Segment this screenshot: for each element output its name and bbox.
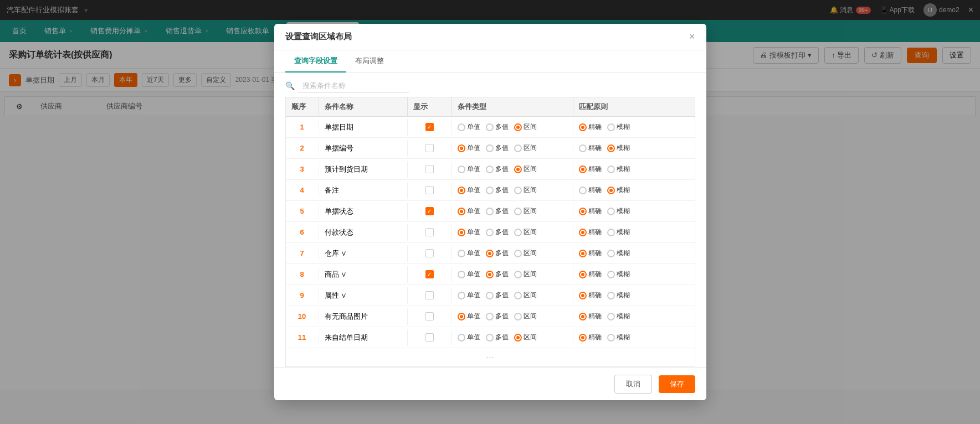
type-radio-type_range-8[interactable]: 区间 (514, 270, 537, 279)
row-display-7[interactable] (408, 246, 452, 261)
condition-search-input[interactable] (298, 79, 409, 92)
radio-circle-icon (486, 208, 494, 215)
type-radio-type_multi-1[interactable]: 多值 (486, 122, 509, 132)
type-radio-type_single-4[interactable]: 单值 (458, 185, 480, 195)
type-radio-type_range-9[interactable]: 区间 (514, 291, 537, 300)
match-radio-match_fuzzy-4[interactable]: 模糊 (607, 185, 630, 195)
type-radio-type_range-6[interactable]: 区间 (514, 227, 537, 237)
display-checkbox-6[interactable] (425, 228, 434, 236)
type-radio-type_multi-11[interactable]: 多值 (486, 333, 509, 342)
type-radio-type_range-3[interactable]: 区间 (514, 164, 537, 174)
display-checkbox-5[interactable]: ✓ (425, 207, 434, 215)
type-radio-type_single-8[interactable]: 单值 (458, 270, 480, 279)
type-radio-type_single-1[interactable]: 单值 (458, 122, 480, 132)
display-checkbox-1[interactable]: ✓ (425, 123, 434, 131)
radio-circle-icon (486, 144, 494, 152)
row-type-1: 单值多值区间 (452, 119, 573, 135)
radio-circle-icon (486, 334, 494, 342)
match-radio-match_fuzzy-2[interactable]: 模糊 (607, 143, 630, 153)
radio-circle-icon (458, 166, 465, 173)
type-radio-type_multi-8[interactable]: 多值 (486, 270, 509, 279)
type-radio-type_single-7[interactable]: 单值 (458, 249, 480, 258)
table-row: 4备注单值多值区间精确模糊 (286, 180, 695, 201)
radio-circle-icon (514, 208, 522, 215)
type-radio-type_range-11[interactable]: 区间 (514, 333, 537, 342)
radio-circle-icon (458, 271, 465, 278)
type-radio-type_multi-9[interactable]: 多值 (486, 291, 509, 300)
display-checkbox-4[interactable] (425, 186, 434, 194)
match-radio-match_exact-4[interactable]: 精确 (579, 185, 602, 195)
match-radio-match_fuzzy-1[interactable]: 模糊 (607, 122, 630, 132)
row-display-11[interactable] (408, 330, 452, 345)
type-radio-type_multi-3[interactable]: 多值 (486, 164, 509, 174)
display-checkbox-8[interactable]: ✓ (425, 270, 434, 278)
row-display-8[interactable]: ✓ (408, 267, 452, 282)
display-checkbox-2[interactable] (425, 144, 434, 152)
type-radio-type_range-4[interactable]: 区间 (514, 185, 537, 195)
match-radio-match_exact-6[interactable]: 精确 (579, 227, 602, 237)
radio-circle-icon (607, 229, 615, 236)
display-checkbox-7[interactable] (425, 249, 434, 257)
match-radio-match_exact-7[interactable]: 精确 (579, 249, 602, 258)
row-display-1[interactable]: ✓ (408, 120, 452, 135)
type-radio-type_single-5[interactable]: 单值 (458, 206, 480, 216)
match-radio-match_fuzzy-3[interactable]: 模糊 (607, 164, 630, 174)
table-row: 8商品 ∨✓单值多值区间精确模糊 (286, 264, 695, 285)
type-radio-type_multi-4[interactable]: 多值 (486, 185, 509, 195)
radio-circle-icon (579, 313, 587, 320)
type-radio-type_single-11[interactable]: 单值 (458, 333, 480, 342)
display-checkbox-11[interactable] (425, 333, 434, 342)
match-radio-match_fuzzy-6[interactable]: 模糊 (607, 227, 630, 237)
display-checkbox-9[interactable] (425, 291, 434, 299)
type-radio-type_range-1[interactable]: 区间 (514, 122, 537, 132)
match-radio-match_fuzzy-7[interactable]: 模糊 (607, 249, 630, 258)
save-button[interactable]: 保存 (659, 375, 695, 390)
type-radio-type_single-9[interactable]: 单值 (458, 291, 480, 300)
type-radio-type_range-2[interactable]: 区间 (514, 143, 537, 153)
type-radio-type_multi-6[interactable]: 多值 (486, 227, 509, 237)
row-display-6[interactable] (408, 225, 452, 240)
type-radio-type_single-2[interactable]: 单值 (458, 143, 480, 153)
match-radio-match_exact-2[interactable]: 精确 (579, 143, 602, 153)
match-radio-match_fuzzy-9[interactable]: 模糊 (607, 291, 630, 300)
match-radio-match_exact-8[interactable]: 精确 (579, 270, 602, 279)
match-radio-match_exact-5[interactable]: 精确 (579, 206, 602, 216)
radio-circle-icon (514, 229, 522, 236)
type-radio-type_multi-5[interactable]: 多值 (486, 206, 509, 216)
row-name-4: 备注 (319, 182, 408, 199)
dialog-close-button[interactable]: × (689, 31, 695, 43)
type-radio-type_range-5[interactable]: 区间 (514, 206, 537, 216)
type-radio-type_range-10[interactable]: 区间 (514, 312, 537, 321)
type-radio-type_range-7[interactable]: 区间 (514, 249, 537, 258)
row-match-5: 精确模糊 (573, 203, 695, 219)
display-checkbox-10[interactable] (425, 312, 434, 320)
row-display-3[interactable] (408, 162, 452, 177)
tab-query-fields[interactable]: 查询字段设置 (285, 50, 346, 73)
match-radio-match_fuzzy-10[interactable]: 模糊 (607, 312, 630, 321)
row-name-11: 来自结单日期 (319, 329, 408, 346)
cancel-button[interactable]: 取消 (614, 375, 652, 390)
match-radio-match_exact-1[interactable]: 精确 (579, 122, 602, 132)
row-display-9[interactable] (408, 288, 452, 303)
row-display-10[interactable] (408, 309, 452, 324)
type-radio-type_single-3[interactable]: 单值 (458, 164, 480, 174)
match-radio-match_exact-10[interactable]: 精确 (579, 312, 602, 321)
display-checkbox-3[interactable] (425, 165, 434, 173)
type-radio-type_multi-10[interactable]: 多值 (486, 312, 509, 321)
match-radio-match_exact-9[interactable]: 精确 (579, 291, 602, 300)
tab-layout-adjust[interactable]: 布局调整 (346, 50, 393, 73)
match-radio-match_fuzzy-8[interactable]: 模糊 (607, 270, 630, 279)
type-radio-type_multi-2[interactable]: 多值 (486, 143, 509, 153)
match-radio-match_exact-11[interactable]: 精确 (579, 333, 602, 342)
match-radio-match_fuzzy-11[interactable]: 模糊 (607, 333, 630, 342)
row-display-4[interactable] (408, 183, 452, 198)
match-radio-match_exact-3[interactable]: 精确 (579, 164, 602, 174)
row-display-5[interactable]: ✓ (408, 204, 452, 219)
match-radio-match_fuzzy-5[interactable]: 模糊 (607, 206, 630, 216)
type-radio-type_multi-7[interactable]: 多值 (486, 249, 509, 258)
table-row: 1单据日期✓单值多值区间精确模糊 (286, 117, 695, 138)
type-radio-type_single-6[interactable]: 单值 (458, 227, 480, 237)
type-radio-type_single-10[interactable]: 单值 (458, 312, 480, 321)
row-display-2[interactable] (408, 141, 452, 156)
row-match-9: 精确模糊 (573, 287, 695, 303)
